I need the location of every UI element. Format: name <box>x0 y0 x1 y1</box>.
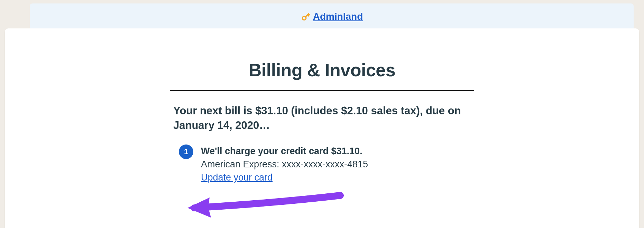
adminland-bar: Adminland <box>30 3 634 31</box>
adminland-link[interactable]: Adminland <box>301 11 363 22</box>
page-title: Billing & Invoices <box>170 60 474 91</box>
content: Billing & Invoices Your next bill is $31… <box>114 60 530 184</box>
annotation-arrow-icon <box>185 190 344 228</box>
billing-step-1: 1 We'll charge your credit card $31.10. … <box>146 144 498 184</box>
key-icon <box>301 11 311 22</box>
next-bill-summary: Your next bill is $31.10 (includes $2.10… <box>146 104 498 133</box>
step-title: We'll charge your credit card $31.10. <box>201 144 368 158</box>
svg-line-2 <box>307 15 309 16</box>
step-number-badge: 1 <box>179 144 193 159</box>
step-body: We'll charge your credit card $31.10. Am… <box>201 144 368 184</box>
svg-marker-5 <box>187 198 211 218</box>
card-info: American Express: xxxx-xxxx-xxxx-4815 <box>201 158 368 171</box>
update-card-link[interactable]: Update your card <box>201 172 273 183</box>
billing-card: Billing & Invoices Your next bill is $31… <box>5 28 639 228</box>
svg-line-3 <box>309 14 310 15</box>
adminland-label: Adminland <box>313 11 363 22</box>
